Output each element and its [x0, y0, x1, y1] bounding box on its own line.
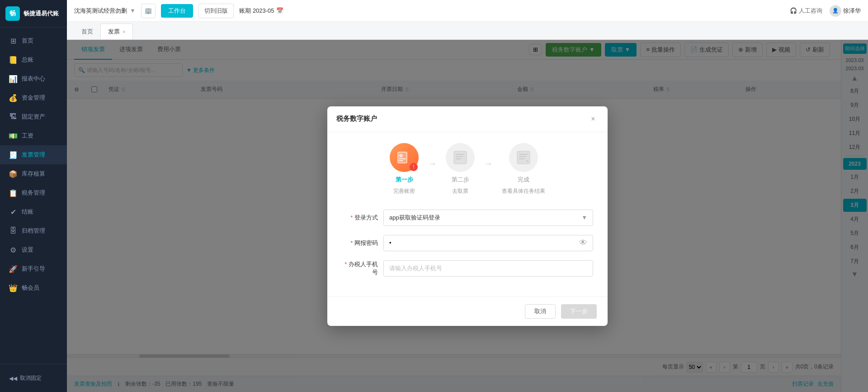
guide-icon: 🚀: [9, 265, 17, 273]
password-toggle-icon[interactable]: 👁: [579, 238, 587, 248]
sidebar-label-settlement: 结账: [22, 208, 33, 216]
password-field[interactable]: 👁: [383, 235, 593, 251]
period-value: 2023-05: [253, 7, 274, 14]
calendar-icon[interactable]: 📅: [276, 7, 283, 14]
login-method-select[interactable]: app获取验证码登录 ▼: [383, 210, 593, 226]
help-button[interactable]: 🎧 人工咨询: [790, 7, 822, 15]
modal-body: ! 第一步 完善账密 →: [327, 132, 608, 296]
home-tab-label: 首页: [81, 28, 93, 36]
sidebar-item-archive[interactable]: 🗄 归档管理: [0, 221, 67, 240]
switch-version-button[interactable]: 切到旧版: [198, 4, 234, 18]
pin-icon: ◀◀: [9, 375, 17, 382]
cancel-fixed-button[interactable]: ◀◀ 取消固定: [0, 370, 67, 387]
member-icon: 👑: [9, 284, 17, 292]
modal-footer: 取消 下一步: [327, 296, 608, 326]
sidebar-label-inventory: 库存核算: [22, 170, 45, 178]
sidebar-item-settlement[interactable]: ✔ 结账: [0, 202, 67, 221]
topbar-right: 🎧 人工咨询 👤 徐泽华: [790, 5, 861, 17]
user-name: 徐泽华: [843, 7, 861, 15]
building-icon: 🏢: [145, 7, 152, 14]
form-row-phone: * 办税人手机号: [342, 260, 593, 277]
page-tabs: 首页 发票 ×: [67, 22, 868, 40]
svg-rect-4: [454, 151, 467, 164]
user-icon: 👤: [832, 8, 839, 14]
sidebar-label-fixed-assets: 固定资产: [22, 113, 45, 121]
logo-text: 畅捷通易代账: [24, 10, 59, 18]
step-3-desc: 查看具体任务结果: [502, 187, 545, 195]
sidebar-item-tax[interactable]: 📋 税务管理: [0, 183, 67, 202]
sidebar-item-reports[interactable]: 📊 报表中心: [0, 69, 67, 88]
svg-rect-5: [456, 154, 465, 155]
sidebar-label-reports: 报表中心: [22, 75, 45, 83]
sidebar-label-guide: 新手引导: [22, 265, 45, 273]
user-menu[interactable]: 👤 徐泽华: [830, 5, 861, 17]
content-area: 销项发票 进项发票 费用小票 ⊞ 税务数: [67, 40, 868, 392]
company-settings-button[interactable]: 🏢: [141, 4, 156, 18]
fixed-assets-icon: 🏗: [9, 113, 17, 121]
modal-overlay: 税务数字账户 ×: [67, 40, 868, 392]
sidebar-item-payroll[interactable]: 💵 工资: [0, 126, 67, 145]
period-display: 账期 2023-05 📅: [239, 7, 283, 15]
password-label: * 网报密码: [342, 239, 378, 247]
step-1-badge: !: [410, 163, 418, 171]
sidebar-item-inventory[interactable]: 📦 库存核算: [0, 164, 67, 183]
modal-tax-digital: 税务数字账户 ×: [327, 106, 608, 326]
phone-label: * 办税人手机号: [342, 260, 378, 277]
sidebar-logo: 畅 畅捷通易代账: [0, 0, 67, 28]
cancel-button[interactable]: 取消: [525, 304, 556, 319]
sidebar-item-member[interactable]: 👑 畅会员: [0, 278, 67, 297]
svg-rect-11: [519, 158, 524, 159]
step-arrow-2: →: [475, 158, 502, 180]
svg-rect-6: [456, 156, 463, 157]
company-selector[interactable]: 沈海英测试经营勿删 ▼: [74, 7, 136, 15]
step-1: ! 第一步 完善账密: [390, 143, 419, 195]
sidebar-item-fixed-assets[interactable]: 🏗 固定资产: [0, 107, 67, 126]
tab-invoice[interactable]: 发票 ×: [100, 24, 133, 39]
ledger-icon: 📒: [9, 56, 17, 64]
step-3-label: 完成: [518, 176, 529, 184]
password-input[interactable]: [389, 239, 579, 246]
capital-icon: 💰: [9, 94, 17, 102]
step-3-icon: [509, 143, 538, 172]
sidebar-item-settings[interactable]: ⚙ 设置: [0, 240, 67, 259]
step-1-label: 第一步: [396, 176, 413, 184]
step-2-label: 第二步: [452, 176, 469, 184]
archive-icon: 🗄: [9, 227, 17, 235]
step-2-desc: 去取票: [452, 187, 468, 195]
avatar: 👤: [830, 5, 841, 17]
svg-rect-9: [519, 154, 528, 155]
phone-input[interactable]: [383, 260, 593, 277]
step-1-icon: !: [390, 143, 419, 172]
period-label: 账期: [239, 7, 251, 15]
step-arrow-1: →: [419, 158, 446, 180]
company-dropdown-icon: ▼: [130, 7, 136, 14]
step-3: 完成 查看具体任务结果: [502, 143, 545, 195]
help-label: 人工咨询: [799, 7, 822, 15]
sidebar-item-invoice[interactable]: 🧾 发票管理: [0, 145, 67, 164]
login-method-value: app获取验证码登录: [389, 214, 440, 222]
sidebar-item-capital[interactable]: 💰 资金管理: [0, 88, 67, 107]
svg-rect-10: [519, 156, 526, 157]
sidebar-item-guide[interactable]: 🚀 新手引导: [0, 259, 67, 278]
sidebar-label-archive: 归档管理: [22, 227, 45, 235]
sidebar-item-ledger[interactable]: 📒 总账: [0, 50, 67, 69]
sidebar-label-settings: 设置: [22, 246, 33, 254]
tab-home[interactable]: 首页: [74, 24, 100, 39]
modal-close-button[interactable]: ×: [588, 114, 599, 124]
sidebar-nav: ⊞ 首页 📒 总账 📊 报表中心 💰 资金管理 🏗 固定资产 💵 工资: [0, 28, 67, 364]
settlement-icon: ✔: [9, 208, 17, 216]
invoice-icon: 🧾: [9, 151, 17, 159]
company-name: 沈海英测试经营勿删: [74, 7, 127, 15]
reports-icon: 📊: [9, 75, 17, 83]
payroll-icon: 💵: [9, 132, 17, 140]
workspace-button[interactable]: 工作台: [161, 4, 193, 18]
sidebar-label-tax: 税务管理: [22, 189, 45, 197]
next-button[interactable]: 下一步: [561, 304, 597, 319]
modal-title: 税务数字账户: [336, 115, 377, 123]
svg-rect-3: [399, 160, 403, 161]
sidebar-item-home[interactable]: ⊞ 首页: [0, 31, 67, 50]
sidebar-label-home: 首页: [22, 37, 33, 45]
login-method-dropdown-icon: ▼: [581, 214, 587, 221]
step-2-icon: [446, 143, 475, 172]
tab-close-icon[interactable]: ×: [123, 29, 125, 34]
